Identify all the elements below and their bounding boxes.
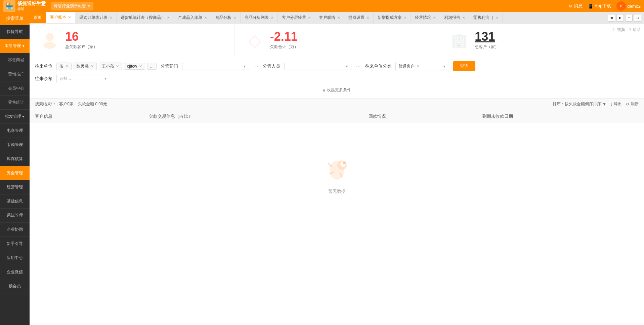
sidebar-item-retail-mgmt[interactable]: 零售管理 ▼ (0, 39, 30, 53)
tab-incoming-stats[interactable]: 进货单统计表（按商品） ✕ (117, 12, 174, 24)
tab-close-icon[interactable]: ✕ (337, 16, 340, 20)
tab-close-icon[interactable]: ✕ (462, 16, 465, 20)
tab-close-icon[interactable]: ✕ (496, 16, 498, 20)
col-repayment: 回款情况 (363, 110, 477, 123)
unit-type-label: 往来单位分类 (365, 63, 391, 69)
stat-overdue-customers: 16 总欠款客户（家） (30, 24, 234, 57)
remove-tag-wang[interactable]: ✕ (116, 64, 119, 69)
empty-icon (324, 153, 350, 185)
person-dots[interactable]: ··· (355, 63, 361, 69)
sidebar-item-retail-mall[interactable]: 零售商城 (0, 53, 30, 67)
remove-tag-wu[interactable]: ✕ (66, 64, 69, 69)
tab-close-icon[interactable]: ✕ (110, 16, 112, 20)
export-button[interactable]: ↓ 导出 (610, 101, 622, 107)
sidebar-item-basic-info[interactable]: 基础信息 (0, 194, 30, 209)
sidebar-item-marketing[interactable]: 营销推广 (0, 67, 30, 81)
person-select[interactable]: ▼ (284, 63, 351, 70)
tab-customer-segment[interactable]: 客户分层经营 ✕ (278, 12, 315, 24)
sidebar-item-inventory[interactable]: 库存核算 (0, 152, 30, 166)
tab-minimize[interactable]: − (625, 14, 633, 22)
message-btn[interactable]: ✉ 消息 (569, 3, 583, 9)
sidebar-item-wechat[interactable]: 企业微信 (0, 265, 30, 279)
download-icon: ↓ (610, 102, 612, 107)
dept-dots[interactable]: ··· (253, 63, 259, 69)
sidebar-item-wholesale[interactable]: 批发管理 ▼ (0, 110, 30, 124)
tab-close-icon[interactable]: ✕ (271, 16, 273, 20)
tab-raise-settings[interactable]: 提成设置 ✕ (344, 12, 374, 24)
tab-add-achievement[interactable]: 新增提成方案 ✕ (374, 12, 411, 24)
tab-customer-contact[interactable]: 客户联络 ✕ (315, 12, 344, 24)
collapse-button[interactable]: ∧ 收起更多条件 (35, 86, 639, 94)
filter-area: 往来单位 伍 ✕ 陈民强 ✕ 王小亮 (30, 57, 644, 99)
filter-tag-more[interactable]: ... (147, 63, 157, 70)
remainder-select[interactable]: 选择... ▼ (56, 74, 110, 83)
sidebar-item-member[interactable]: 会员中心 (0, 81, 30, 96)
content-area: 首页 客户账本 ✕ 采购订单统计表 ✕ 进货单统计表（按商品） ✕ 产成品入库单… (30, 12, 644, 325)
tab-close-icon[interactable]: ✕ (68, 15, 71, 19)
tab-close-icon[interactable]: ✕ (167, 16, 170, 20)
video-link[interactable]: ▷ 视频 (612, 27, 625, 33)
tab-retail-profit[interactable]: 零售利润（ ✕ (469, 12, 503, 24)
account-selector[interactable]: 母婴行业演示帐套 ▼ (51, 2, 93, 10)
sidebar-item-vip[interactable]: 畅会员 (0, 279, 30, 293)
refresh-button[interactable]: ↺ 刷新 (626, 101, 639, 107)
help-icon: ? (629, 27, 632, 32)
tab-purchase-stats[interactable]: 采购订单统计表 ✕ (75, 12, 117, 24)
tab-close-icon[interactable]: ✕ (404, 16, 406, 20)
sidebar-item-enterprise[interactable]: 企业协同 (0, 223, 30, 237)
tab-close-icon[interactable]: ✕ (308, 16, 311, 20)
stat-value-customers: 16 (65, 31, 97, 43)
filter-row-2: 往来余额 选择... ▼ (35, 74, 639, 83)
tab-close-icon[interactable]: ✕ (233, 16, 236, 20)
logo-icon: 🏪 (3, 0, 15, 12)
sidebar-item-app-center[interactable]: 应用中心 (0, 251, 30, 265)
stat-icon-customers (40, 30, 60, 50)
tab-home[interactable]: 首页 (30, 12, 46, 24)
tab-production-entry[interactable]: 产成品入库单 ✕ (174, 12, 211, 24)
sidebar-item-newbie[interactable]: 新手引导 (0, 237, 30, 251)
help-link[interactable]: ? 帮助 (629, 27, 641, 33)
unit-type-select[interactable]: 普通客户 ✕ ▼ (395, 62, 449, 71)
sidebar-item-purchase[interactable]: 采购管理 (0, 138, 30, 152)
user-menu[interactable]: d demo2 (616, 1, 641, 11)
tab-scroll-right[interactable]: ▶ (616, 14, 624, 22)
chevron-down-icon: ▼ (87, 4, 91, 8)
chevron-down-icon: ▼ (22, 44, 25, 48)
stat-label-amount: 欠款合计（万） (270, 44, 298, 50)
sidebar-item-capital[interactable]: 资金管理 (0, 166, 30, 180)
sidebar-search[interactable]: 搜索菜单 (0, 12, 30, 25)
app-download-btn[interactable]: 📱 App下载 (588, 3, 611, 9)
sidebar-item-operations[interactable]: 经营管理 (0, 180, 30, 194)
tab-close-icon[interactable]: ✕ (204, 16, 207, 20)
refresh-icon: ↺ (626, 102, 629, 107)
tab-customer-account[interactable]: 客户账本 ✕ (46, 12, 75, 24)
tab-operations-status[interactable]: 经营情况 ✕ (411, 12, 440, 24)
dept-select[interactable]: ▼ (182, 63, 249, 70)
query-button[interactable]: 查询 (453, 61, 475, 71)
logo-text: 畅捷通好生意 标版 (17, 1, 46, 11)
remove-unit-type-tag[interactable]: ✕ (417, 64, 420, 69)
chevron-down-icon: ▼ (602, 102, 606, 107)
stat-info-total: 131 总客户（家） (475, 31, 499, 50)
tab-close-icon[interactable]: ✕ (433, 16, 436, 20)
col-due-date: 到期未收款日期 (477, 110, 644, 123)
sidebar-item-system[interactable]: 系统管理 (0, 209, 30, 223)
sidebar-item-ecommerce[interactable]: 电商管理 (0, 124, 30, 138)
sidebar-item-retail-stats[interactable]: 零售统计 (0, 96, 30, 110)
tab-product-analysis[interactable]: 商品分析 ✕ (211, 12, 241, 24)
sort-selector[interactable]: 排序：按欠款金额倒序排序 ▼ (553, 101, 606, 107)
tab-controls: ◀ ▶ − □ (605, 14, 644, 22)
main-layout: 搜索菜单 快捷导航 零售管理 ▼ 零售商城 营销推广 会员中心 零售统计 批 (0, 12, 644, 325)
tab-product-analysis-list[interactable]: 商品分析列表 ✕ (241, 12, 278, 24)
remove-tag-cjttcw[interactable]: ✕ (139, 64, 142, 69)
tab-scroll-left[interactable]: ◀ (608, 14, 615, 22)
remove-tag-chen[interactable]: ✕ (91, 64, 94, 69)
app-container: 🏪 畅捷通好生意 标版 母婴行业演示帐套 ▼ ✉ 消息 📱 App下载 d de… (0, 0, 644, 325)
filter-tag-chen: 陈民强 ✕ (74, 63, 97, 70)
sidebar-item-quick-nav[interactable]: 快捷导航 (0, 25, 30, 39)
tab-profit-report[interactable]: 利润报告 ✕ (440, 12, 469, 24)
result-bar-right: 排序：按欠款金额倒序排序 ▼ ↓ 导出 ↺ 刷新 (553, 101, 639, 107)
tab-maximize[interactable]: □ (634, 14, 641, 22)
stat-label-customers: 总欠款客户（家） (65, 44, 97, 50)
tab-close-icon[interactable]: ✕ (367, 16, 369, 20)
